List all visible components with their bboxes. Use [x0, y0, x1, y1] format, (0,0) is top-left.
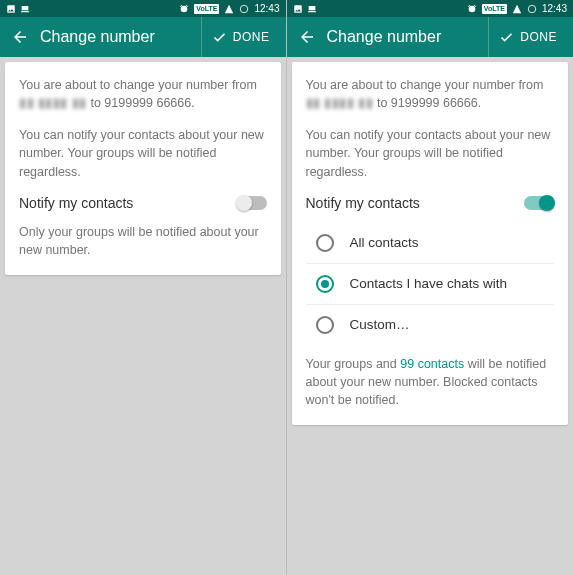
done-label: DONE: [520, 30, 557, 44]
svg-point-1: [528, 5, 536, 13]
statusbar: VoLTE 12:43: [0, 0, 286, 17]
intro-text: You are about to change your number from…: [19, 76, 267, 112]
check-icon: [499, 30, 514, 45]
statusbar: VoLTE 12:43: [287, 0, 574, 17]
laptop-icon: [307, 4, 317, 14]
done-button[interactable]: DONE: [488, 17, 567, 57]
radio-all-contacts[interactable]: All contacts: [306, 223, 555, 264]
radio-label: Contacts I have chats with: [350, 276, 508, 291]
volte-badge: VoLTE: [194, 4, 219, 14]
new-number: 9199999 66666.: [104, 96, 194, 110]
back-button[interactable]: [6, 28, 34, 46]
new-number: 9199999 66666.: [391, 96, 481, 110]
notify-toggle[interactable]: [237, 196, 267, 210]
old-number-masked: ▮▮ ▮▮▮▮ ▮▮: [19, 96, 87, 110]
radio-list: All contacts Contacts I have chats with …: [306, 223, 555, 345]
back-button[interactable]: [293, 28, 321, 46]
laptop-icon: [20, 4, 30, 14]
alarm-icon: [179, 4, 189, 14]
notify-label: Notify my contacts: [306, 195, 420, 211]
appbar-title: Change number: [34, 28, 201, 46]
radio-label: Custom…: [350, 317, 410, 332]
image-icon: [293, 4, 303, 14]
radio-icon: [316, 316, 334, 334]
notify-info-text: You can notify your contacts about your …: [19, 126, 267, 180]
footer-text: Only your groups will be notified about …: [19, 223, 267, 259]
notify-toggle[interactable]: [524, 196, 554, 210]
radio-chats[interactable]: Contacts I have chats with: [306, 264, 555, 305]
notify-label: Notify my contacts: [19, 195, 133, 211]
content-card: You are about to change your number from…: [292, 62, 569, 425]
intro-text: You are about to change your number from…: [306, 76, 555, 112]
radio-label: All contacts: [350, 235, 419, 250]
done-label: DONE: [233, 30, 270, 44]
done-button[interactable]: DONE: [201, 17, 280, 57]
status-time: 12:43: [254, 3, 279, 14]
arrow-back-icon: [11, 28, 29, 46]
data-icon: [239, 4, 249, 14]
signal-icon: [512, 4, 522, 14]
image-icon: [6, 4, 16, 14]
screen-right: VoLTE 12:43 Change number DONE You are a…: [287, 0, 574, 575]
alarm-icon: [467, 4, 477, 14]
volte-badge: VoLTE: [482, 4, 507, 14]
notify-row[interactable]: Notify my contacts: [306, 195, 555, 211]
signal-icon: [224, 4, 234, 14]
arrow-back-icon: [298, 28, 316, 46]
check-icon: [212, 30, 227, 45]
content-card: You are about to change your number from…: [5, 62, 281, 275]
data-icon: [527, 4, 537, 14]
notify-row[interactable]: Notify my contacts: [19, 195, 267, 211]
screen-left: VoLTE 12:43 Change number DONE You are a…: [0, 0, 287, 575]
radio-custom[interactable]: Custom…: [306, 305, 555, 345]
notify-info-text: You can notify your contacts about your …: [306, 126, 555, 180]
radio-icon: [316, 275, 334, 293]
svg-point-0: [241, 5, 249, 13]
contact-count: 99 contacts: [400, 357, 464, 371]
appbar: Change number DONE: [0, 17, 286, 57]
radio-icon: [316, 234, 334, 252]
old-number-masked: ▮▮ ▮▮▮▮ ▮▮: [306, 96, 374, 110]
appbar-title: Change number: [321, 28, 489, 46]
status-time: 12:43: [542, 3, 567, 14]
appbar: Change number DONE: [287, 17, 574, 57]
footer-text: Your groups and 99 contacts will be noti…: [306, 355, 555, 409]
